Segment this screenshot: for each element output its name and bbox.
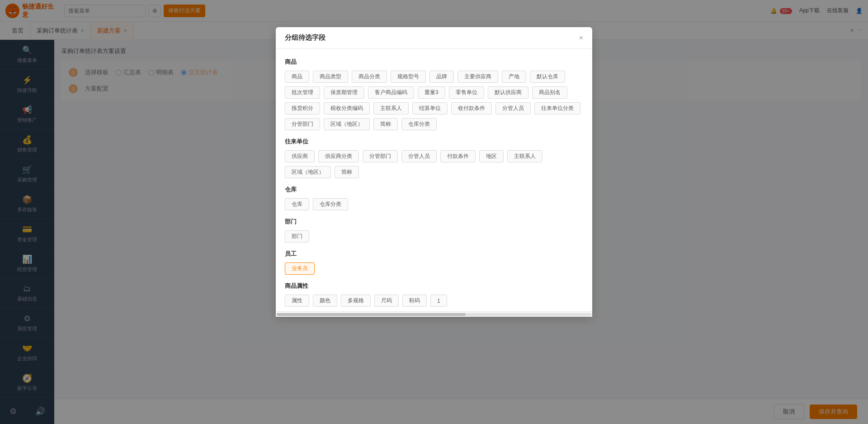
- modal-title: 分组待选字段: [285, 33, 326, 42]
- modal-body[interactable]: 商品商品商品类型商品分类规格型号品牌主要供应商产地默认仓库批次管理保质期管理客户…: [276, 49, 592, 311]
- section-tags-5: 属性颜色多规格尺码鞋码1: [285, 295, 583, 307]
- tag-btn-1-1[interactable]: 供应商分类: [318, 150, 359, 162]
- tag-btn-0-20[interactable]: 分管人员: [495, 102, 531, 114]
- tag-btn-0-21[interactable]: 往来单位分类: [534, 102, 580, 114]
- tag-btn-0-14[interactable]: 商品别名: [532, 86, 567, 99]
- modal: 分组待选字段 × 商品商品商品类型商品分类规格型号品牌主要供应商产地默认仓库批次…: [276, 27, 592, 317]
- tag-btn-5-2[interactable]: 多规格: [341, 295, 371, 307]
- section-tags-3: 部门: [285, 230, 583, 243]
- tag-btn-1-8[interactable]: 简称: [335, 166, 359, 178]
- tag-btn-0-15[interactable]: 拣货积分: [285, 102, 320, 114]
- tag-btn-5-3[interactable]: 尺码: [374, 295, 399, 307]
- tag-btn-0-0[interactable]: 商品: [285, 71, 309, 83]
- section-title-2: 仓库: [285, 186, 583, 194]
- tag-btn-1-7[interactable]: 区域（地区）: [285, 166, 331, 178]
- tag-btn-1-4[interactable]: 付款条件: [440, 150, 476, 162]
- tag-btn-0-25[interactable]: 仓库分类: [401, 118, 437, 130]
- tag-btn-0-18[interactable]: 结算单位: [412, 102, 448, 114]
- tag-btn-0-13[interactable]: 默认供应商: [488, 86, 528, 99]
- tag-btn-0-17[interactable]: 主联系人: [373, 102, 409, 114]
- section-title-3: 部门: [285, 218, 583, 226]
- section-title-1: 往来单位: [285, 138, 583, 146]
- tag-btn-1-5[interactable]: 地区: [479, 150, 504, 162]
- tag-btn-0-7[interactable]: 默认仓库: [530, 71, 565, 83]
- tag-btn-0-10[interactable]: 客户商品编码: [368, 86, 414, 99]
- section-tags-4: 业务员: [285, 262, 583, 275]
- tag-btn-0-1[interactable]: 商品类型: [313, 71, 348, 83]
- section-title-5: 商品属性: [285, 282, 583, 290]
- tag-btn-5-5[interactable]: 1: [430, 295, 447, 307]
- modal-close-button[interactable]: ×: [579, 34, 583, 42]
- section-title-4: 员工: [285, 250, 583, 258]
- tag-btn-0-24[interactable]: 简称: [373, 118, 398, 130]
- section-title-0: 商品: [285, 58, 583, 66]
- tag-btn-1-2[interactable]: 分管部门: [363, 150, 398, 162]
- tag-btn-5-1[interactable]: 颜色: [313, 295, 337, 307]
- modal-footer-scroll[interactable]: [276, 311, 592, 317]
- tag-btn-3-0[interactable]: 部门: [285, 230, 309, 243]
- tag-btn-0-23[interactable]: 区域（地区）: [324, 118, 370, 130]
- tag-btn-4-0[interactable]: 业务员: [285, 262, 315, 275]
- tag-btn-5-4[interactable]: 鞋码: [402, 295, 427, 307]
- section-tags-1: 供应商供应商分类分管部门分管人员付款条件地区主联系人区域（地区）简称: [285, 150, 583, 178]
- tag-btn-2-1[interactable]: 仓库分类: [313, 198, 348, 210]
- section-tags-2: 仓库仓库分类: [285, 198, 583, 210]
- modal-header: 分组待选字段 ×: [276, 27, 592, 49]
- section-tags-0: 商品商品类型商品分类规格型号品牌主要供应商产地默认仓库批次管理保质期管理客户商品…: [285, 71, 583, 130]
- tag-btn-2-0[interactable]: 仓库: [285, 198, 309, 210]
- tag-btn-5-0[interactable]: 属性: [285, 295, 309, 307]
- tag-btn-0-4[interactable]: 品牌: [429, 71, 454, 83]
- tag-btn-0-6[interactable]: 产地: [502, 71, 526, 83]
- tag-btn-1-6[interactable]: 主联系人: [507, 150, 542, 162]
- tag-btn-0-2[interactable]: 商品分类: [352, 71, 387, 83]
- h-scroll-thumb: [277, 313, 466, 316]
- tag-btn-0-3[interactable]: 规格型号: [391, 71, 426, 83]
- tag-btn-0-16[interactable]: 税收分类编码: [324, 102, 370, 114]
- tag-btn-1-3[interactable]: 分管人员: [401, 150, 437, 162]
- tag-btn-0-22[interactable]: 分管部门: [285, 118, 320, 130]
- tag-btn-0-11[interactable]: 重量3: [418, 86, 445, 99]
- tag-btn-0-8[interactable]: 批次管理: [285, 86, 320, 99]
- tag-btn-0-12[interactable]: 零售单位: [449, 86, 484, 99]
- tag-btn-0-19[interactable]: 收付款条件: [451, 102, 492, 114]
- tag-btn-1-0[interactable]: 供应商: [285, 150, 315, 162]
- modal-overlay: 分组待选字段 × 商品商品商品类型商品分类规格型号品牌主要供应商产地默认仓库批次…: [0, 0, 868, 424]
- h-scroll-track[interactable]: [277, 313, 591, 316]
- tag-btn-0-5[interactable]: 主要供应商: [458, 71, 498, 83]
- tag-btn-0-9[interactable]: 保质期管理: [324, 86, 364, 99]
